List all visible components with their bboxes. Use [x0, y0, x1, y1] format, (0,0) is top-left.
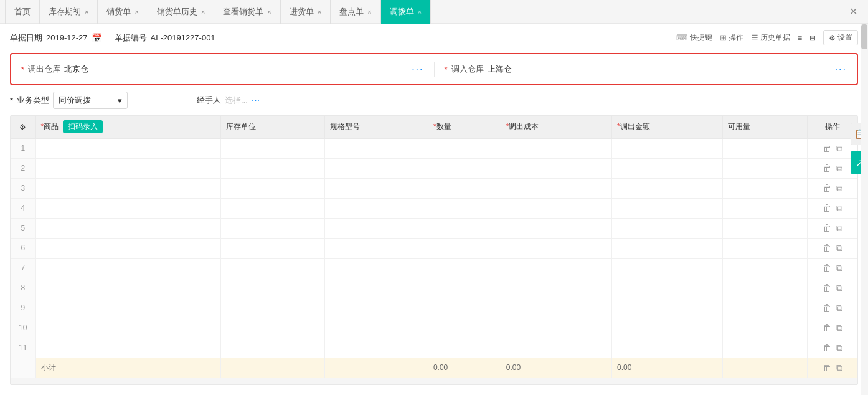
th-gear[interactable]: ⚙: [11, 116, 35, 138]
row-spec: [324, 158, 428, 178]
tab-bar: 首页 库存期初 × 销货单 × 销货单历史 × 查看销货单 × 进货单 × 盘点…: [0, 0, 868, 24]
business-type-value: 同价调拨: [59, 95, 91, 106]
vertical-scrollbar[interactable]: [861, 24, 868, 391]
history-icon: ☰: [751, 33, 758, 42]
in-warehouse-dots[interactable]: ···: [835, 64, 847, 75]
row-cost: [501, 298, 611, 318]
copy-icon[interactable]: ⧉: [836, 363, 842, 373]
date-label: 单据日期: [10, 32, 42, 44]
tab-transfer-order[interactable]: 调拨单 ×: [381, 0, 431, 24]
row-quantity: [428, 178, 501, 198]
settings-button[interactable]: ⚙ 设置: [823, 30, 858, 45]
layout1-action[interactable]: ≡: [798, 34, 802, 42]
row-amount: [612, 158, 723, 178]
scan-button[interactable]: 扫码录入: [63, 120, 103, 133]
th-quantity: *数量: [428, 116, 501, 138]
row-action: 🗑 ⧉: [808, 178, 857, 198]
copy-icon[interactable]: ⧉: [836, 263, 842, 274]
copy-icon[interactable]: ⧉: [836, 163, 842, 174]
copy-icon[interactable]: ⧉: [836, 323, 842, 333]
contact-dots[interactable]: ···: [252, 95, 260, 106]
tab-sales-order[interactable]: 销货单 ×: [98, 0, 148, 24]
row-quantity: [428, 278, 501, 298]
copy-icon[interactable]: ⧉: [836, 343, 842, 353]
row-action: 🗑 ⧉: [808, 138, 857, 158]
row-quantity: [428, 158, 501, 178]
copy-icon[interactable]: ⧉: [836, 183, 842, 194]
row-cost: [501, 198, 611, 218]
row-spec: [324, 218, 428, 238]
history-label: 历史单据: [760, 32, 790, 43]
delete-icon[interactable]: 🗑: [823, 223, 831, 233]
tab-home[interactable]: 首页: [5, 0, 40, 24]
shortcut-label: 快捷键: [690, 32, 712, 43]
tab-sales-history[interactable]: 销货单历史 ×: [148, 0, 214, 24]
tab-inventory-count[interactable]: 盘点单 ×: [331, 0, 380, 24]
row-action: 🗑 ⧉: [808, 278, 857, 298]
copy-icon[interactable]: ⧉: [836, 203, 842, 214]
copy-icon[interactable]: ⧉: [836, 303, 842, 313]
row-action: 🗑 ⧉: [808, 258, 857, 278]
main-content: 单据日期 2019-12-27 📅 单据编号 AL-20191227-001 ⌨…: [0, 24, 868, 391]
subtotal-cost: 0.00: [501, 358, 611, 378]
tab-purchase-order[interactable]: 进货单 ×: [281, 0, 331, 24]
delete-icon[interactable]: 🗑: [823, 163, 831, 173]
delete-icon[interactable]: 🗑: [823, 343, 831, 353]
contact-placeholder[interactable]: 选择...: [225, 95, 248, 106]
table-row: 4 🗑 ⧉: [11, 198, 857, 218]
delete-icon[interactable]: 🗑: [823, 243, 831, 253]
delete-icon[interactable]: 🗑: [823, 283, 831, 293]
window-close-button[interactable]: ✕: [843, 0, 863, 24]
row-num: 7: [11, 258, 35, 278]
business-type-select[interactable]: 同价调拨 ▾: [53, 92, 128, 109]
form-row2: * 业务类型 同价调拨 ▾ 经手人 选择... ···: [10, 92, 858, 109]
tab-transfer-order-close[interactable]: ×: [418, 8, 422, 16]
tab-home-label: 首页: [14, 6, 31, 17]
tab-inventory-count-close[interactable]: ×: [367, 8, 371, 16]
warehouse-box: * 调出仓库 北京仓 ··· * 调入仓库 上海仓 ···: [10, 53, 858, 85]
table-row: 7 🗑 ⧉: [11, 258, 857, 278]
row-amount: [612, 318, 723, 338]
row-product: [35, 198, 221, 218]
delete-icon[interactable]: 🗑: [823, 303, 831, 313]
row-unit: [221, 318, 324, 338]
tab-view-sales-close[interactable]: ×: [267, 8, 271, 16]
tab-sales-order-close[interactable]: ×: [134, 8, 138, 16]
tab-view-sales[interactable]: 查看销货单 ×: [214, 0, 280, 24]
row-action: 🗑 ⧉: [808, 218, 857, 238]
copy-icon[interactable]: ⧉: [836, 143, 842, 154]
row-available: [723, 258, 808, 278]
operation-action[interactable]: ⊞ 操作: [720, 32, 743, 43]
delete-icon[interactable]: 🗑: [823, 363, 831, 373]
shortcut-action[interactable]: ⌨ 快捷键: [676, 32, 712, 43]
tab-view-sales-label: 查看销货单: [223, 6, 263, 17]
transfer-table: ⚙ *商品 扫码录入 库存单位 规格型号 *数量 *调出成本 *调出金额 可用量…: [11, 116, 857, 378]
delete-icon[interactable]: 🗑: [823, 263, 831, 273]
calendar-icon[interactable]: 📅: [92, 33, 102, 43]
layout2-action[interactable]: ⊟: [809, 34, 816, 42]
subtotal-label: 小计: [35, 358, 221, 378]
in-warehouse-label: 调入仓库: [451, 64, 484, 75]
row-unit: [221, 338, 324, 358]
history-action[interactable]: ☰ 历史单据: [751, 32, 790, 43]
copy-icon[interactable]: ⧉: [836, 283, 842, 293]
out-warehouse-dots[interactable]: ···: [412, 64, 423, 75]
delete-icon[interactable]: 🗑: [823, 183, 831, 193]
delete-icon[interactable]: 🗑: [823, 143, 831, 153]
tab-transfer-order-label: 调拨单: [390, 6, 414, 17]
horizontal-scrollbar[interactable]: [11, 378, 857, 384]
tab-sales-history-close[interactable]: ×: [201, 8, 205, 16]
delete-icon[interactable]: 🗑: [823, 203, 831, 213]
row-available: [723, 138, 808, 158]
tab-purchase-order-close[interactable]: ×: [318, 8, 321, 16]
copy-icon[interactable]: ⧉: [836, 223, 842, 234]
tab-inventory-init[interactable]: 库存期初 ×: [40, 0, 98, 24]
row-num: 11: [11, 338, 35, 358]
copy-icon[interactable]: ⧉: [836, 243, 842, 254]
scrollbar-thumb[interactable]: [861, 24, 867, 49]
tab-inventory-init-close[interactable]: ×: [85, 8, 88, 16]
row-cost: [501, 338, 611, 358]
delete-icon[interactable]: 🗑: [823, 323, 831, 333]
th-spec: 规格型号: [324, 116, 428, 138]
row-spec: [324, 258, 428, 278]
